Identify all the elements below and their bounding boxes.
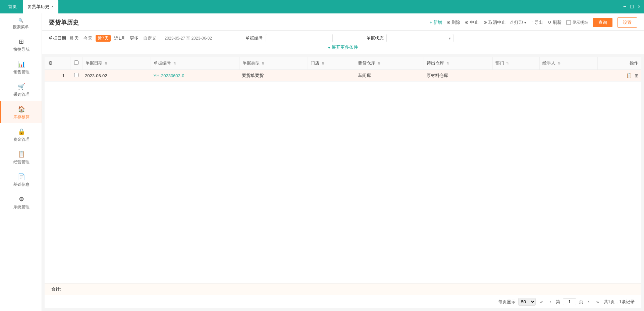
sidebar-item-sales[interactable]: 📊 销售管理: [0, 56, 42, 78]
sidebar-item-purchase-label: 采购管理: [13, 92, 30, 97]
sidebar-item-finance[interactable]: 🔒 资金管理: [0, 123, 42, 146]
sidebar-item-finance-label: 资金管理: [13, 137, 30, 142]
close-window-icon[interactable]: ×: [638, 4, 641, 10]
sidebar-item-shortcut-label: 快捷导航: [13, 47, 30, 52]
prev-page-btn[interactable]: ‹: [547, 299, 553, 305]
sidebar-item-operations-label: 经营管理: [13, 159, 30, 165]
th-req-warehouse[interactable]: 要货仓库 ⇅: [355, 57, 424, 70]
sidebar-item-purchase[interactable]: 🛒 采购管理: [0, 78, 42, 101]
sort-store-icon[interactable]: ⇅: [322, 61, 324, 65]
print-button-label: ⎙ 打印: [511, 19, 523, 26]
row-checkbox-1[interactable]: [74, 73, 78, 77]
page-title: 要货单历史: [49, 18, 79, 27]
row-doc-type-1: 要货单要货: [242, 73, 264, 78]
th-settings: ⚙: [45, 57, 57, 70]
row-ops-cell-1: 📋 ⊞: [600, 73, 639, 78]
page-number-input[interactable]: [563, 298, 576, 305]
shortcut-icon: ⊞: [19, 38, 24, 45]
th-index: [57, 57, 70, 70]
refresh-button[interactable]: ↺ 刷新: [548, 19, 561, 26]
tab-home[interactable]: 首页: [3, 0, 21, 13]
sort-doc-type-icon[interactable]: ⇅: [262, 61, 264, 65]
cancel-stop-button[interactable]: ⊗ 取消中止: [483, 19, 506, 26]
sidebar-item-operations[interactable]: 📋 经营管理: [0, 146, 42, 168]
date-opt-last1month[interactable]: 近1月: [113, 35, 126, 42]
page-size-label: 每页显示: [498, 299, 516, 305]
filter-area: 单据日期 昨天 今天 近7天 近1月 更多 自定义 2023-05-27 至 2…: [42, 31, 644, 54]
search-icon: 🔍: [18, 18, 23, 23]
table-container: ⚙ 单据日期 ⇅ 单据编号: [45, 57, 641, 308]
row-delete-icon-1[interactable]: ⊞: [635, 73, 639, 78]
row-req-warehouse-1: 车间库: [358, 73, 371, 78]
stop-button[interactable]: ⊗ 中止: [465, 19, 479, 26]
print-button[interactable]: ⎙ 打印 ▾: [511, 19, 527, 26]
show-detail-toggle[interactable]: 显示明细: [566, 20, 588, 26]
page-size-select[interactable]: 50 10 20 100: [518, 298, 536, 306]
page-suffix: 页: [579, 299, 583, 305]
next-page-btn[interactable]: ›: [586, 299, 592, 305]
pagination-bar: 每页显示 50 10 20 100 « ‹ 第 页 › » 共1页，1条记录: [45, 295, 641, 308]
total-label: 合计:: [51, 286, 61, 292]
data-table: ⚙ 单据日期 ⇅ 单据编号: [45, 57, 641, 82]
date-opt-last7days[interactable]: 近7天: [96, 35, 111, 42]
row-doc-no-link-1[interactable]: YH-20230602-0: [154, 73, 184, 78]
sidebar-search[interactable]: 🔍 搜索菜单: [0, 13, 42, 33]
last-page-btn[interactable]: »: [594, 299, 601, 305]
new-button[interactable]: + 新增: [430, 19, 442, 26]
export-button[interactable]: ↑ 导出: [531, 19, 543, 26]
date-opt-custom[interactable]: 自定义: [142, 35, 158, 42]
settings-button[interactable]: 设置: [617, 17, 637, 28]
select-all-checkbox[interactable]: [74, 60, 78, 65]
sort-doc-no-icon[interactable]: ⇅: [173, 61, 176, 65]
date-opt-yesterday[interactable]: 昨天: [69, 35, 80, 42]
th-pending-warehouse[interactable]: 待出仓库 ⇅: [424, 57, 492, 70]
maximize-icon[interactable]: □: [630, 4, 634, 10]
page-header: 要货单历史 + 新增 ⊗ 删除 ⊗ 中止 ⊗ 取消中止 ⎙ 打印 ▾: [42, 13, 644, 31]
sort-date-icon[interactable]: ⇅: [105, 61, 107, 65]
app-layout: 🔍 搜索菜单 ⊞ 快捷导航 📊 销售管理 🛒 采购管理 🏠 库存核算 🔒 资金管…: [0, 13, 644, 311]
th-doc-no[interactable]: 单据编号 ⇅: [151, 57, 239, 70]
sidebar-item-sales-label: 销售管理: [13, 69, 30, 75]
tab-requisition-history[interactable]: 要货单历史 ×: [23, 0, 58, 13]
doc-no-label: 单据编号: [246, 35, 263, 41]
sort-department-icon[interactable]: ⇅: [506, 61, 509, 65]
sidebar-item-inventory[interactable]: 🏠 库存核算: [0, 101, 42, 123]
sidebar-item-inventory-label: 库存核算: [13, 114, 30, 120]
date-opt-more[interactable]: 更多: [128, 35, 140, 42]
th-checkbox: [70, 57, 82, 70]
td-operations: 📋 ⊞: [598, 70, 641, 82]
column-settings-icon[interactable]: ⚙: [48, 60, 53, 66]
sidebar-item-shortcut[interactable]: ⊞ 快捷导航: [0, 33, 42, 56]
th-doc-type-label: 单据类型: [242, 60, 260, 65]
minimize-icon[interactable]: −: [623, 4, 626, 10]
sidebar-item-basic[interactable]: 📄 基础信息: [0, 168, 42, 191]
th-handler[interactable]: 经手人 ⇅: [540, 57, 598, 70]
first-page-btn[interactable]: «: [538, 299, 545, 305]
date-opt-today[interactable]: 今天: [82, 35, 94, 42]
expand-more-btn[interactable]: ▾ 展开更多条件: [49, 44, 637, 50]
show-detail-checkbox[interactable]: [566, 20, 571, 25]
td-index: 1: [57, 70, 70, 82]
finance-icon: 🔒: [18, 128, 25, 135]
td-pending-warehouse: 原材料仓库: [424, 70, 492, 82]
th-date[interactable]: 单据日期 ⇅: [82, 57, 151, 70]
row-edit-icon-1[interactable]: 📋: [626, 73, 632, 78]
th-department[interactable]: 部门 ⇅: [492, 57, 540, 70]
tab-close-icon[interactable]: ×: [51, 4, 54, 9]
sort-handler-icon[interactable]: ⇅: [558, 61, 560, 65]
system-icon: ⚙: [19, 195, 24, 203]
th-doc-type[interactable]: 单据类型 ⇅: [239, 57, 308, 70]
doc-no-filter-group: 单据编号: [246, 34, 333, 42]
doc-no-input[interactable]: [266, 34, 333, 42]
query-button[interactable]: 查询: [593, 18, 612, 27]
delete-button[interactable]: ⊗ 删除: [447, 19, 461, 26]
sidebar-item-system[interactable]: ⚙ 系统管理: [0, 191, 42, 213]
td-handler: [540, 70, 598, 82]
print-dropdown-icon[interactable]: ▾: [524, 20, 526, 25]
th-store[interactable]: 门店 ⇅: [308, 57, 355, 70]
basic-icon: 📄: [18, 173, 25, 180]
sort-req-warehouse-icon[interactable]: ⇅: [378, 61, 380, 65]
status-select[interactable]: [386, 34, 453, 42]
sort-pending-warehouse-icon[interactable]: ⇅: [446, 61, 449, 65]
td-date: 2023-06-02: [82, 70, 151, 82]
